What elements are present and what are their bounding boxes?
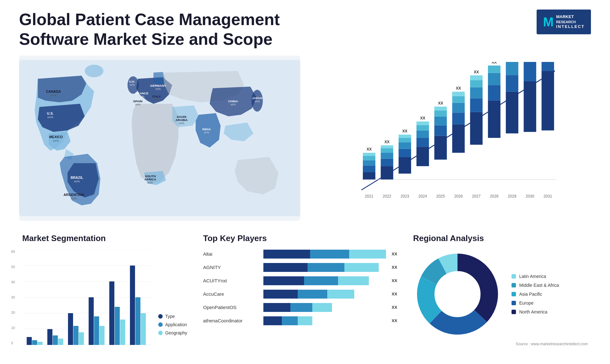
svg-text:xx%: xx%: [204, 131, 209, 134]
bar-chart-area: XX 2021 XX 2022 XX 2023: [313, 56, 591, 221]
svg-text:XX: XX: [402, 129, 408, 133]
legend-latin-america-dot: [512, 274, 516, 279]
players-title: Top Key Players: [203, 233, 397, 243]
svg-point-1: [85, 65, 104, 77]
legend-latin-america: Latin America: [512, 274, 559, 279]
logo-line3: INTELLECT: [556, 24, 585, 30]
svg-text:XX: XX: [420, 116, 426, 120]
svg-text:2027: 2027: [472, 194, 481, 198]
svg-rect-59: [417, 147, 429, 166]
svg-rect-45: [381, 166, 393, 179]
svg-rect-39: [363, 165, 375, 172]
player-row-agnity: AGNITY XX: [203, 263, 397, 272]
donut-chart-svg: [413, 250, 502, 339]
svg-rect-73: [452, 125, 465, 153]
svg-text:U.K.: U.K.: [129, 80, 135, 83]
legend-geography: Geography: [158, 330, 187, 335]
svg-text:xx%: xx%: [139, 95, 145, 98]
svg-rect-48: [381, 148, 393, 153]
svg-text:xx%: xx%: [51, 93, 57, 97]
legend-latin-america-label: Latin America: [519, 274, 546, 279]
svg-rect-46: [381, 158, 393, 166]
svg-rect-118: [47, 329, 52, 345]
player-bar-acuitynxt: [263, 276, 386, 285]
svg-rect-119: [53, 335, 58, 345]
player-bar-seg1: [263, 316, 282, 325]
player-name-acuitynxt: ACUITYnxt: [203, 278, 260, 283]
world-map-svg: CANADA xx% U.S. xx% MEXICO xx% BRAZIL xx…: [19, 56, 300, 221]
svg-rect-52: [399, 157, 411, 174]
svg-text:2024: 2024: [418, 194, 427, 198]
svg-rect-104: [542, 62, 554, 71]
svg-rect-129: [120, 320, 125, 345]
player-val-openpatientos: XX: [392, 305, 397, 310]
svg-text:xx%: xx%: [47, 115, 53, 119]
map-area: CANADA xx% U.S. xx% MEXICO xx% BRAZIL xx…: [19, 56, 300, 221]
svg-rect-42: [363, 153, 375, 156]
svg-text:CHINA: CHINA: [228, 99, 238, 103]
svg-text:2028: 2028: [490, 194, 498, 198]
player-bar-altai: [263, 250, 386, 259]
page-title: Global Patient Case Management Software …: [19, 10, 305, 49]
player-bar-accucare: [263, 290, 386, 299]
svg-rect-67: [434, 125, 447, 136]
svg-rect-132: [141, 313, 146, 345]
svg-text:SPAIN: SPAIN: [133, 99, 142, 103]
svg-text:xx%: xx%: [179, 122, 184, 125]
legend-europe: Europe: [512, 300, 559, 306]
svg-rect-74: [452, 112, 465, 125]
player-bar-seg2: [310, 250, 349, 259]
svg-text:xx%: xx%: [254, 100, 260, 103]
svg-text:XX: XX: [438, 101, 444, 105]
player-bar-seg3: [327, 290, 354, 299]
regional-area: Regional Analysis: [410, 230, 591, 364]
svg-rect-122: [73, 326, 78, 345]
player-val-agnity: XX: [392, 265, 397, 270]
legend-geography-label: Geography: [165, 330, 187, 335]
regional-title: Regional Analysis: [413, 233, 588, 243]
svg-rect-68: [434, 116, 447, 125]
svg-text:U.S.: U.S.: [47, 111, 54, 115]
svg-rect-49: [381, 145, 393, 148]
legend-application: Application: [158, 322, 187, 327]
player-bar-agnity: [263, 263, 386, 272]
svg-rect-130: [130, 266, 135, 345]
player-bar-seg2: [290, 303, 312, 312]
svg-rect-81: [470, 98, 483, 112]
svg-rect-60: [417, 138, 429, 147]
player-bar-seg1: [263, 250, 310, 259]
donut-container: Latin America Middle East & Africa Asia …: [413, 250, 588, 339]
top-section: CANADA xx% U.S. xx% MEXICO xx% BRAZIL xx…: [19, 56, 591, 221]
svg-rect-69: [434, 111, 447, 117]
svg-rect-55: [399, 138, 411, 142]
svg-rect-126: [99, 326, 105, 345]
svg-rect-82: [470, 87, 483, 98]
player-val-acuitynxt: XX: [392, 278, 397, 283]
player-name-athenacoordinator: athenaCoordinator: [203, 318, 260, 323]
legend-europe-label: Europe: [519, 300, 533, 306]
svg-rect-83: [470, 80, 483, 87]
svg-rect-80: [470, 112, 483, 145]
player-bar-openpatientos: [263, 303, 386, 312]
svg-text:xx%: xx%: [74, 179, 80, 183]
svg-text:ARABIA: ARABIA: [175, 118, 187, 122]
regional-legend: Latin America Middle East & Africa Asia …: [512, 274, 559, 314]
legend-north-america: North America: [512, 309, 559, 314]
svg-text:2026: 2026: [454, 194, 463, 198]
svg-rect-128: [115, 307, 120, 345]
legend-type-label: Type: [165, 314, 175, 319]
svg-text:XX: XX: [492, 62, 497, 64]
svg-rect-125: [94, 316, 99, 345]
svg-text:xx%: xx%: [154, 98, 159, 101]
seg-chart-svg: 2021 2022 2023 2024 2025 2026: [22, 250, 152, 345]
svg-rect-123: [79, 332, 84, 345]
legend-asia-pacific-label: Asia Pacific: [519, 292, 542, 297]
legend-middle-east-africa-dot: [512, 283, 516, 287]
svg-rect-96: [506, 62, 518, 75]
svg-text:2025: 2025: [436, 194, 445, 198]
svg-rect-84: [470, 75, 483, 80]
legend-geography-dot: [158, 331, 163, 335]
svg-rect-121: [68, 313, 73, 345]
svg-text:2029: 2029: [508, 194, 516, 198]
svg-rect-127: [109, 281, 114, 345]
